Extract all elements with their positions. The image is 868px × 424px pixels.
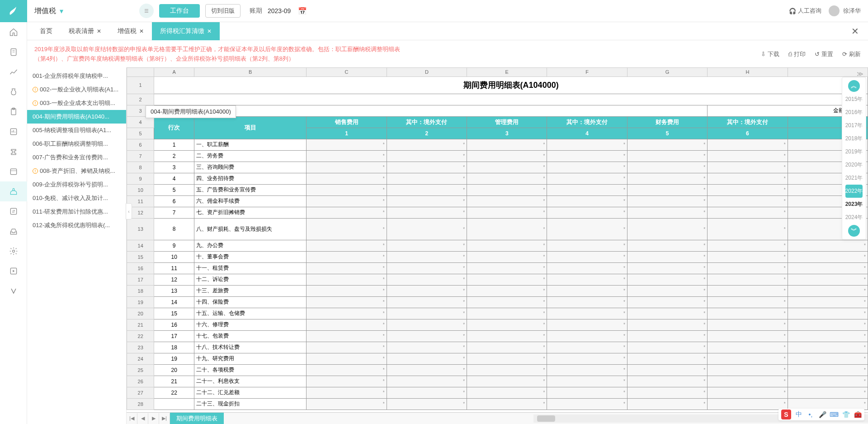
data-cell[interactable]: * bbox=[387, 376, 467, 387]
row-header[interactable]: 14 bbox=[127, 240, 154, 251]
form-item-1[interactable]: !002-一般企业收入明细表(A1... bbox=[27, 83, 126, 96]
data-cell[interactable]: * bbox=[708, 296, 788, 308]
year-up-button[interactable]: ︽ bbox=[848, 80, 860, 92]
data-cell[interactable]: * bbox=[467, 308, 547, 319]
data-cell[interactable]: * bbox=[387, 240, 467, 251]
data-cell[interactable]: * bbox=[788, 353, 868, 364]
nav-chart-icon[interactable] bbox=[0, 62, 27, 82]
data-cell[interactable]: * bbox=[307, 207, 387, 218]
nav-report-icon[interactable] bbox=[0, 122, 27, 142]
consult-link[interactable]: 🎧 人工咨询 bbox=[789, 7, 821, 15]
data-cell[interactable]: * bbox=[307, 218, 387, 240]
data-cell[interactable]: * bbox=[547, 162, 627, 173]
form-item-2[interactable]: !003-一般企业成本支出明细... bbox=[27, 96, 126, 110]
year-2023年[interactable]: 2023年 bbox=[845, 198, 863, 211]
data-cell[interactable]: * bbox=[387, 330, 467, 342]
data-cell[interactable]: * bbox=[547, 319, 627, 330]
data-cell[interactable]: * bbox=[547, 364, 627, 376]
data-cell[interactable]: * bbox=[708, 376, 788, 387]
data-cell[interactable]: * bbox=[627, 353, 707, 364]
data-cell[interactable]: * bbox=[387, 184, 467, 195]
data-cell[interactable]: * bbox=[387, 262, 467, 274]
data-cell[interactable]: * bbox=[627, 296, 707, 308]
data-cell[interactable]: * bbox=[708, 285, 788, 296]
row-header[interactable]: 22 bbox=[127, 330, 154, 342]
row-header[interactable]: 28 bbox=[127, 398, 154, 410]
data-cell[interactable]: * bbox=[307, 184, 387, 195]
nav-doc-icon[interactable] bbox=[0, 42, 27, 62]
data-cell[interactable]: * bbox=[708, 139, 788, 150]
data-cell[interactable]: * bbox=[708, 162, 788, 173]
data-cell[interactable]: * bbox=[708, 184, 788, 195]
data-cell[interactable]: * bbox=[547, 195, 627, 207]
data-cell[interactable]: * bbox=[788, 364, 868, 376]
tab-3[interactable]: 所得税汇算清缴✕ bbox=[152, 22, 220, 40]
row-header[interactable]: 13 bbox=[127, 218, 154, 240]
data-cell[interactable]: * bbox=[627, 240, 707, 251]
data-cell[interactable]: * bbox=[547, 207, 627, 218]
data-cell[interactable]: * bbox=[387, 353, 467, 364]
data-cell[interactable]: * bbox=[547, 285, 627, 296]
data-cell[interactable]: * bbox=[788, 308, 868, 319]
data-cell[interactable]: * bbox=[708, 262, 788, 274]
form-item-8[interactable]: 009-企业所得税弥补亏损明... bbox=[27, 178, 126, 191]
data-cell[interactable]: * bbox=[387, 308, 467, 319]
data-cell[interactable]: * bbox=[627, 207, 707, 218]
data-cell[interactable]: * bbox=[708, 274, 788, 285]
data-cell[interactable]: * bbox=[307, 150, 387, 162]
form-item-6[interactable]: 007-广告费和业务宣传费跨... bbox=[27, 151, 126, 164]
year-2022年[interactable]: 2022年 bbox=[845, 185, 863, 198]
period-value[interactable]: 2023-09 bbox=[268, 7, 291, 14]
data-cell[interactable]: * bbox=[627, 262, 707, 274]
col-header[interactable]: C bbox=[307, 67, 387, 76]
data-cell[interactable]: * bbox=[387, 150, 467, 162]
col-header[interactable]: B bbox=[194, 67, 306, 76]
row-header[interactable]: 25 bbox=[127, 364, 154, 376]
download-button[interactable]: ⇩下载 bbox=[761, 50, 779, 58]
row-header[interactable]: 27 bbox=[127, 387, 154, 398]
data-cell[interactable]: * bbox=[467, 150, 547, 162]
user-menu[interactable]: 徐泽华 bbox=[829, 5, 861, 16]
form-item-5[interactable]: 006-职工薪酬纳税调整明细... bbox=[27, 137, 126, 151]
data-cell[interactable]: * bbox=[708, 342, 788, 353]
row-header[interactable]: 1 bbox=[127, 76, 154, 94]
sheet-nav-last[interactable]: ▶| bbox=[159, 413, 170, 424]
nav-calendar-icon[interactable] bbox=[0, 162, 27, 181]
data-cell[interactable]: * bbox=[788, 251, 868, 262]
nav-inbox-icon[interactable] bbox=[0, 221, 27, 241]
nav-v-icon[interactable] bbox=[0, 281, 27, 301]
data-cell[interactable]: * bbox=[547, 139, 627, 150]
data-cell[interactable]: * bbox=[387, 342, 467, 353]
sheet-nav-first[interactable]: |◀ bbox=[127, 413, 137, 424]
form-item-7[interactable]: !008-资产折旧、摊销及纳税... bbox=[27, 164, 126, 178]
refresh-button[interactable]: ⟳刷新 bbox=[842, 50, 861, 58]
data-cell[interactable]: * bbox=[708, 195, 788, 207]
data-cell[interactable]: * bbox=[467, 274, 547, 285]
data-cell[interactable]: * bbox=[788, 296, 868, 308]
data-cell[interactable]: * bbox=[788, 387, 868, 398]
expand-right-icon[interactable]: ≫ bbox=[857, 70, 863, 77]
nav-clipboard-icon[interactable] bbox=[0, 102, 27, 122]
ime-mic-icon[interactable]: 🎤 bbox=[818, 410, 826, 419]
data-cell[interactable]: * bbox=[627, 376, 707, 387]
data-cell[interactable]: * bbox=[307, 274, 387, 285]
year-2021年[interactable]: 2021年 bbox=[845, 172, 863, 185]
data-cell[interactable]: * bbox=[547, 184, 627, 195]
data-cell[interactable]: * bbox=[467, 262, 547, 274]
tab-close-icon[interactable]: ✕ bbox=[207, 28, 212, 34]
data-cell[interactable]: * bbox=[788, 285, 868, 296]
tab-0[interactable]: 首页 bbox=[32, 22, 61, 40]
data-cell[interactable]: * bbox=[387, 139, 467, 150]
calendar-icon[interactable]: 📅 bbox=[298, 7, 307, 15]
year-2024年[interactable]: 2024年 bbox=[845, 211, 863, 224]
data-cell[interactable]: * bbox=[708, 398, 788, 410]
form-item-0[interactable]: 001-企业所得税年度纳税申... bbox=[27, 69, 126, 83]
year-2015年[interactable]: 2015年 bbox=[845, 93, 863, 106]
data-cell[interactable]: * bbox=[547, 251, 627, 262]
data-cell[interactable]: * bbox=[627, 342, 707, 353]
data-cell[interactable]: * bbox=[708, 207, 788, 218]
data-cell[interactable]: * bbox=[547, 240, 627, 251]
data-cell[interactable]: * bbox=[387, 296, 467, 308]
data-cell[interactable]: * bbox=[708, 308, 788, 319]
nav-settings-icon[interactable] bbox=[0, 241, 27, 261]
